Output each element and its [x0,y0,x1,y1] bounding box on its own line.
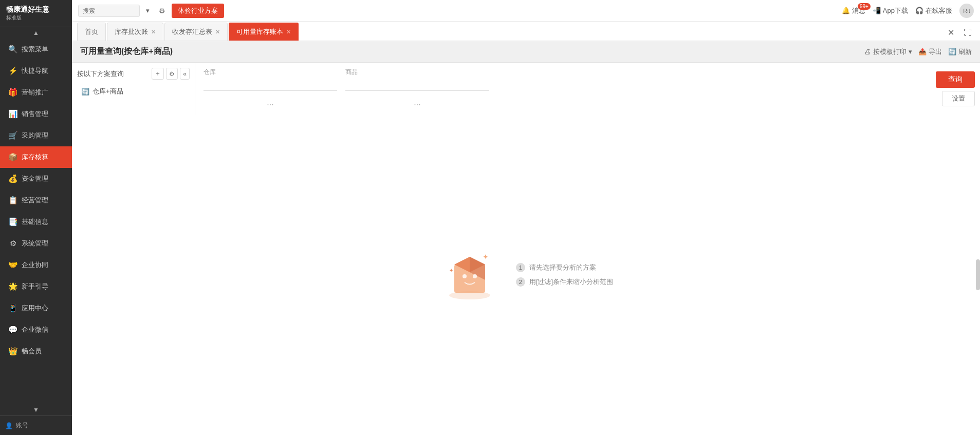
tab-stock-summary-close[interactable]: ✕ [215,29,220,35]
svg-point-5 [473,274,477,278]
print-dropdown-icon: ▾ [909,48,912,55]
app-download-link[interactable]: 📲 App下载 [873,6,908,15]
sidebar-item-shortcut[interactable]: ⚡ 快捷导航 [0,60,72,82]
goods-filter-group: 商品 ··· [345,68,489,109]
page-title: 可用量查询(按仓库+商品) [80,46,173,57]
tip-item-1: 1 请先选择要分析的方案 [516,263,613,272]
add-scheme-button[interactable]: ＋ [152,68,164,80]
sidebar-item-wechat[interactable]: 💬 企业微信 [0,319,72,341]
tab-fullscreen-button[interactable]: ⛶ [960,27,975,39]
crown-icon: 👑 [8,347,17,356]
sidebar-scroll-up[interactable]: ▲ [0,27,72,39]
sidebar-item-system[interactable]: ⚙ 系统管理 [0,233,72,254]
tab-batch-account-label: 库存批次账 [115,27,148,36]
tab-home[interactable]: 首页 [77,23,106,41]
document-icon: 📑 [8,217,17,226]
right-scroll-handle[interactable] [976,259,980,290]
sidebar: 畅康通好生意 标准版 ▲ 🔍 搜索菜单 ⚡ 快捷导航 🎁 营销推广 📊 销售管理… [0,0,72,435]
sidebar-item-inventory[interactable]: 📦 库存核算 [0,146,72,168]
sidebar-item-search[interactable]: 🔍 搜索菜单 [0,39,72,60]
chat-icon: 💬 [8,325,17,334]
warehouse-filter-input[interactable] [204,79,337,91]
sidebar-item-label: 采购管理 [22,131,48,140]
sidebar-scroll-down[interactable]: ▼ [0,404,72,415]
empty-state: ✦ ✦ 1 请先选择要分析的方案 2 用[过滤]条件来缩小分析范围 [439,244,613,306]
scheme-item-label: 仓库+商品 [93,87,123,96]
refresh-button[interactable]: 🔄 刷新 [948,47,972,56]
phone-download-icon: 📲 [873,7,881,14]
tab-available-stock-close[interactable]: ✕ [286,29,291,35]
search-input[interactable] [78,5,140,17]
notification-bell[interactable]: 🔔 消息 99+ [842,6,865,15]
sidebar-item-basics[interactable]: 📑 基础信息 [0,211,72,233]
export-label: 导出 [929,47,942,56]
sidebar-item-label: 新手引导 [22,282,48,291]
print-template-button[interactable]: 🖨 按模板打印 ▾ [864,47,912,56]
query-settings-button[interactable]: 设置 [942,91,975,106]
empty-illustration: ✦ ✦ [439,244,501,306]
query-button[interactable]: 查询 [936,71,975,88]
scheme-header: 按以下方案查询 ＋ ⚙ « [77,68,190,80]
refresh-label: 刷新 [958,47,972,56]
sidebar-item-marketing[interactable]: 🎁 营销推广 [0,82,72,103]
print-label: 按模板打印 [873,47,907,56]
sidebar-item-label: 快捷导航 [22,66,48,75]
sidebar-item-label: 库存核算 [22,153,48,162]
empty-tips: 1 请先选择要分析的方案 2 用[过滤]条件来缩小分析范围 [516,263,613,287]
tab-batch-account[interactable]: 库存批次账 ✕ [107,23,163,41]
collapse-scheme-button[interactable]: « [180,68,190,80]
sidebar-item-appstore[interactable]: 📱 应用中心 [0,297,72,319]
scheme-item-warehouse-goods[interactable]: 🔄 仓库+商品 [77,84,190,99]
sidebar-item-label: 系统管理 [22,239,48,248]
sidebar-item-label: 企业协同 [22,260,48,270]
goods-more-button[interactable]: ··· [345,100,489,109]
app-download-label: App下载 [883,6,908,15]
page-actions: 🖨 按模板打印 ▾ 📤 导出 🔄 刷新 [864,47,972,56]
export-button[interactable]: 📤 导出 [918,47,942,56]
warehouse-filter-group: 仓库 ··· [204,68,337,109]
online-service-link[interactable]: 🎧 在线客服 [915,6,952,15]
sidebar-item-member[interactable]: 👑 畅会员 [0,341,72,362]
tip-text-2: 用[过滤]条件来缩小分析范围 [529,277,613,287]
box-icon: 📦 [8,153,17,162]
sidebar-item-purchase[interactable]: 🛒 采购管理 [0,125,72,146]
svg-text:✦: ✦ [449,268,453,273]
sidebar-item-sales[interactable]: 📊 销售管理 [0,103,72,125]
sidebar-nav: 🔍 搜索菜单 ⚡ 快捷导航 🎁 营销推广 📊 销售管理 🛒 采购管理 📦 库存核… [0,39,72,404]
tab-stock-summary[interactable]: 收发存汇总表 ✕ [164,23,228,41]
tab-batch-account-close[interactable]: ✕ [151,29,156,35]
gift-icon: 🎁 [8,88,17,97]
scheme-panel: 按以下方案查询 ＋ ⚙ « 🔄 仓库+商品 [72,63,195,115]
svg-text:✦: ✦ [483,253,489,261]
user-avatar[interactable]: Rit [959,4,974,18]
sidebar-item-operations[interactable]: 📋 经营管理 [0,190,72,211]
warehouse-more-button[interactable]: ··· [204,100,337,109]
svg-point-4 [463,274,467,278]
top-bar: ▾ ⚙ 体验行业方案 🔔 消息 99+ 📲 App下载 🎧 在线客服 Rit [72,0,980,22]
settings-gear-button[interactable]: ⚙ [156,5,169,16]
tab-available-stock-label: 可用量库存账本 [236,27,283,36]
tab-close-button[interactable]: ✕ [945,27,957,39]
sidebar-item-label: 应用中心 [22,304,48,313]
dropdown-button[interactable]: ▾ [143,5,153,16]
export-icon: 📤 [918,48,927,55]
scheme-icon: 🔄 [81,88,89,96]
logo-subtitle: 标准版 [6,14,66,22]
tip-text-1: 请先选择要分析的方案 [529,263,596,272]
gear-icon: ⚙ [8,239,17,248]
sidebar-user-label: 账号 [16,421,28,430]
sidebar-user-info[interactable]: 👤 账号 [0,415,72,435]
tab-bar: 首页 库存批次账 ✕ 收发存汇总表 ✕ 可用量库存账本 ✕ ✕ ⛶ [72,22,980,41]
cart-icon: 🛒 [8,131,17,140]
tab-available-stock[interactable]: 可用量库存账本 ✕ [229,23,299,41]
industry-solution-button[interactable]: 体验行业方案 [172,4,224,18]
scheme-settings-button[interactable]: ⚙ [166,68,178,80]
sidebar-item-newbie[interactable]: 🌟 新手引导 [0,276,72,297]
goods-filter-input[interactable] [345,79,489,91]
sidebar-item-enterprise[interactable]: 🤝 企业协同 [0,254,72,276]
chart-icon: 📊 [8,109,17,119]
tab-stock-summary-label: 收发存汇总表 [172,27,212,36]
sidebar-logo: 畅康通好生意 标准版 [0,0,72,27]
main-area: ▾ ⚙ 体验行业方案 🔔 消息 99+ 📲 App下载 🎧 在线客服 Rit [72,0,980,435]
sidebar-item-finance[interactable]: 💰 资金管理 [0,168,72,190]
